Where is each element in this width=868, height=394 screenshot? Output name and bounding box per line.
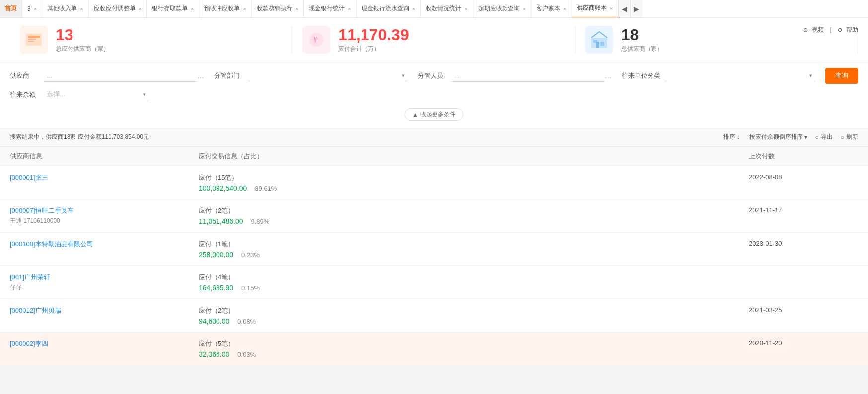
export-button[interactable]: ○ 导出 xyxy=(815,133,833,141)
filter-supplier: 供应商 ... xyxy=(10,70,204,82)
result-bar-right: 排序： 按应付余额倒序排序 ▾ ○ 导出 ○ 刷新 xyxy=(723,133,859,141)
refresh-button[interactable]: ○ 刷新 xyxy=(841,133,858,141)
supplier-sub-3: 仔仔 xyxy=(10,283,199,292)
nav-tab-other-income-close[interactable]: × xyxy=(80,6,83,12)
stat-payable-suppliers: 13 总应付供应商（家） xyxy=(10,26,292,54)
payable-suppliers-label: 总应付供应商（家） xyxy=(56,45,109,53)
trans-label-4: 应付（2笔） xyxy=(199,307,234,314)
nav-tab-cash-query[interactable]: 现金银行流水查询 × xyxy=(357,0,421,18)
top-right-links: ⊙ 视频 ｜ ⊙ 帮助 xyxy=(803,26,858,34)
balance-filter-select[interactable]: 选择... ▾ xyxy=(44,88,149,101)
table-row: [000012]广州贝瑞 应付（2笔） 94,600.00 0.08% 2021… xyxy=(0,299,868,332)
query-button[interactable]: 查询 xyxy=(825,68,858,84)
nav-tab-receipt-stat-label: 收款情况统计 xyxy=(426,4,461,13)
nav-tab-adjust-close[interactable]: × xyxy=(139,6,142,12)
trans-label-0: 应付（15笔） xyxy=(199,174,238,181)
nav-tab-supplier-book-close[interactable]: × xyxy=(610,5,613,11)
supplier-link-3[interactable]: [001]广州荣轩 xyxy=(10,273,50,281)
dept-filter-label: 分管部门 xyxy=(214,71,244,80)
trans-amount-2[interactable]: 258,000.00 xyxy=(199,251,233,259)
nav-tab-verify-close[interactable]: × xyxy=(295,6,298,12)
nav-tab-prepay-close[interactable]: × xyxy=(243,6,246,12)
nav-tab-verify[interactable]: 收款核销执行 × xyxy=(252,0,304,18)
trans-amount-1[interactable]: 11,051,486.00 xyxy=(199,217,243,225)
supplier-link-2[interactable]: [000100]本特勒油品有限公司 xyxy=(10,240,93,248)
svg-rect-8 xyxy=(600,42,604,46)
supplier-filter-dots[interactable]: ... xyxy=(197,71,204,80)
help-link[interactable]: 帮助 xyxy=(846,26,858,34)
nav-right-arrow[interactable]: ▶ xyxy=(630,0,642,18)
transaction-col-3: 应付（4笔） 164,635.90 0.15% xyxy=(199,273,749,292)
supplier-link-5[interactable]: [000002]李四 xyxy=(10,340,48,347)
trans-label-3: 应付（4笔） xyxy=(199,273,234,281)
trans-amount-4[interactable]: 94,600.00 xyxy=(199,317,229,325)
supplier-col-2: [000100]本特勒油品有限公司 xyxy=(10,240,199,249)
balance-select-value: 选择... xyxy=(47,90,65,99)
supplier-filter-input[interactable] xyxy=(44,70,197,82)
nav-tab-adjust[interactable]: 应收应付调整单 × xyxy=(89,0,147,18)
supplier-link-4[interactable]: [000012]广州贝瑞 xyxy=(10,307,61,314)
nav-tab-cash-query-close[interactable]: × xyxy=(412,6,415,12)
trans-amount-3[interactable]: 164,635.90 xyxy=(199,284,233,292)
nav-tab-overdue-close[interactable]: × xyxy=(523,6,526,12)
nav-tab-cash-stat[interactable]: 现金银行统计 × xyxy=(304,0,356,18)
payable-suppliers-number: 13 xyxy=(56,27,109,43)
nav-tab-cash-stat-close[interactable]: × xyxy=(348,6,351,12)
trans-amount-0[interactable]: 100,092,540.00 xyxy=(199,184,247,192)
nav-tab-prepay[interactable]: 预收冲应收单 × xyxy=(199,0,251,18)
balance-chevron-down-icon: ▾ xyxy=(143,91,146,98)
nav-tab-bank[interactable]: 银行存取款单 × xyxy=(147,0,199,18)
supplier-link-0[interactable]: [000001]张三 xyxy=(10,174,48,181)
stat-payable-amount: ¥ 11,170.39 应付合计（万） xyxy=(292,26,575,54)
collapse-chevron-up-icon: ▲ xyxy=(412,111,418,118)
nav-tab-customer-label: 客户账本 xyxy=(536,4,560,13)
filter-row-1: 供应商 ... 分管部门 ▾ 分管人员 ... 往来单位分类 ▾ 查询 xyxy=(10,68,858,84)
person-filter-dots[interactable]: ... xyxy=(605,71,611,80)
supplier-filter-label: 供应商 xyxy=(10,71,40,80)
nav-tab-receipt-stat[interactable]: 收款情况统计 × xyxy=(421,0,473,18)
filter-category: 往来单位分类 ▾ xyxy=(622,70,816,81)
person-filter-input[interactable] xyxy=(451,70,605,82)
filter-area: 供应商 ... 分管部门 ▾ 分管人员 ... 往来单位分类 ▾ 查询 往来 xyxy=(0,62,868,128)
nav-tab-3-close[interactable]: × xyxy=(34,6,37,12)
trans-label-2: 应付（1笔） xyxy=(199,240,234,248)
header-supplier: 供应商信息 xyxy=(10,152,199,161)
sort-value[interactable]: 按应付余额倒序排序 ▾ xyxy=(749,133,807,141)
nav-tab-receipt-stat-close[interactable]: × xyxy=(464,6,467,12)
trans-amount-5[interactable]: 32,366.00 xyxy=(199,350,229,358)
nav-tab-bank-close[interactable]: × xyxy=(191,6,194,12)
svg-text:¥: ¥ xyxy=(313,35,317,44)
balance-filter-label: 往来余额 xyxy=(10,90,40,99)
supplier-link-1[interactable]: [000007]恒旺二手叉车 xyxy=(10,207,74,214)
dept-filter-select[interactable]: ▾ xyxy=(248,70,408,81)
nav-tab-supplier-book-label: 供应商账本 xyxy=(577,4,607,12)
nav-tab-other-income[interactable]: 其他收入单 × xyxy=(42,0,88,18)
nav-tab-overdue[interactable]: 超期应收款查询 × xyxy=(473,0,531,18)
top-nav-bar: 首页 3 × 其他收入单 × 应收应付调整单 × 银行存取款单 × 预收冲应收单… xyxy=(0,0,868,18)
table-row: [001]广州荣轩 仔仔 应付（4笔） 164,635.90 0.15% xyxy=(0,266,868,299)
trans-percent-2: 0.23% xyxy=(241,251,271,259)
nav-tab-customer-close[interactable]: × xyxy=(563,6,566,12)
video-icon: ⊙ xyxy=(803,27,808,33)
svg-rect-9 xyxy=(593,40,597,43)
nav-tab-verify-label: 收款核销执行 xyxy=(257,4,292,13)
nav-tab-home-label: 首页 xyxy=(5,4,17,13)
stats-bar: 13 总应付供应商（家） ¥ 11,170.39 应付合计（万） xyxy=(0,18,868,62)
nav-tab-customer[interactable]: 客户账本 × xyxy=(531,0,572,18)
sort-label: 排序： xyxy=(723,133,741,141)
last-payment-col-5: 2020-11-20 xyxy=(749,339,858,347)
nav-tab-home[interactable]: 首页 xyxy=(0,0,22,18)
table-row: [000007]恒旺二手叉车 王通 17106110000 应付（2笔） 11,… xyxy=(0,199,868,233)
nav-tab-3[interactable]: 3 × xyxy=(22,0,42,18)
video-link[interactable]: 视频 xyxy=(812,26,824,34)
collapse-button[interactable]: ▲ 收起更多条件 xyxy=(405,108,463,121)
nav-tab-cash-query-label: 现金银行流水查询 xyxy=(362,4,409,13)
nav-left-arrow[interactable]: ◀ xyxy=(618,0,630,18)
refresh-label: 刷新 xyxy=(846,133,858,141)
nav-tab-supplier-book[interactable]: 供应商账本 × xyxy=(572,0,618,18)
collapse-button-label: 收起更多条件 xyxy=(420,110,456,119)
nav-tab-overdue-label: 超期应收款查询 xyxy=(478,4,520,13)
export-label: 导出 xyxy=(821,133,833,141)
category-filter-select[interactable]: ▾ xyxy=(664,70,816,81)
nav-tab-3-label: 3 xyxy=(27,5,31,12)
